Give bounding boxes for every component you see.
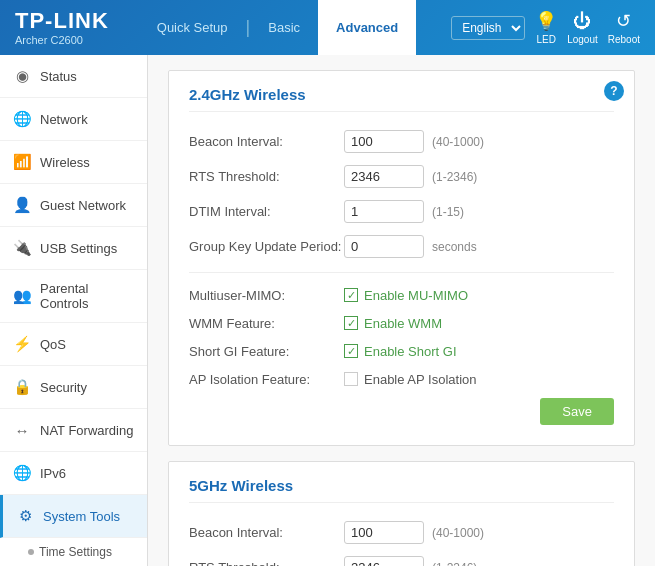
dtim-row-24: DTIM Interval: (1-15) xyxy=(189,194,614,229)
sidebar-item-wireless[interactable]: 📶 Wireless xyxy=(0,141,147,184)
dtim-input-24[interactable] xyxy=(344,200,424,223)
section-24-title: 2.4GHz Wireless xyxy=(189,86,614,112)
mu-mimo-row-24: Multiuser-MIMO: Enable MU-MIMO xyxy=(189,281,614,309)
mu-mimo-cb-24[interactable] xyxy=(344,288,358,302)
ap-isolation-checkbox-24[interactable]: Enable AP Isolation xyxy=(344,372,477,387)
language-select[interactable]: English xyxy=(451,16,525,40)
rts-input-24[interactable] xyxy=(344,165,424,188)
rts-label-24: RTS Threshold: xyxy=(189,169,344,184)
beacon-interval-input-24[interactable] xyxy=(344,130,424,153)
short-gi-label-24: Short GI Feature: xyxy=(189,344,344,359)
nav-basic[interactable]: Basic xyxy=(250,0,318,55)
nav-quick-setup[interactable]: Quick Setup xyxy=(139,0,246,55)
rts-label-5: RTS Threshold: xyxy=(189,560,344,566)
sidebar-item-usb-settings[interactable]: 🔌 USB Settings xyxy=(0,227,147,270)
beacon-interval-value-24: (40-1000) xyxy=(344,130,484,153)
nav-advanced[interactable]: Advanced xyxy=(318,0,416,55)
section-5-title: 5GHz Wireless xyxy=(189,477,614,503)
usb-icon: 🔌 xyxy=(12,238,32,258)
sidebar-item-system-tools[interactable]: ⚙ System Tools xyxy=(0,495,147,538)
mu-mimo-label-24: Multiuser-MIMO: xyxy=(189,288,344,303)
help-icon-24[interactable]: ? xyxy=(604,81,624,101)
nav-links: Quick Setup | Basic Advanced xyxy=(139,0,451,55)
sidebar-item-ipv6[interactable]: 🌐 IPv6 xyxy=(0,452,147,495)
sidebar-item-parental-controls[interactable]: 👥 Parental Controls xyxy=(0,270,147,323)
status-icon: ◉ xyxy=(12,66,32,86)
save-row-24: Save xyxy=(189,393,614,430)
divider-24 xyxy=(189,272,614,273)
nat-icon: ↔ xyxy=(12,420,32,440)
qos-icon: ⚡ xyxy=(12,334,32,354)
rts-threshold-row-24: RTS Threshold: (1-2346) xyxy=(189,159,614,194)
group-key-hint-24: seconds xyxy=(432,240,477,254)
rts-hint-5: (1-2346) xyxy=(432,561,477,567)
ipv6-icon: 🌐 xyxy=(12,463,32,483)
wireless-icon: 📶 xyxy=(12,152,32,172)
beacon-interval-row-5: Beacon Interval: (40-1000) xyxy=(189,515,614,550)
system-tools-icon: ⚙ xyxy=(15,506,35,526)
security-icon: 🔒 xyxy=(12,377,32,397)
section-5ghz: 5GHz Wireless Beacon Interval: (40-1000)… xyxy=(168,461,635,566)
sidebar-item-guest-network[interactable]: 👤 Guest Network xyxy=(0,184,147,227)
main-content: ? 2.4GHz Wireless Beacon Interval: (40-1… xyxy=(148,55,655,566)
beacon-interval-row-24: Beacon Interval: (40-1000) xyxy=(189,124,614,159)
group-key-label-24: Group Key Update Period: xyxy=(189,239,344,254)
wmm-checkbox-24[interactable]: Enable WMM xyxy=(344,316,442,331)
dtim-hint-24: (1-15) xyxy=(432,205,464,219)
beacon-interval-hint-24: (40-1000) xyxy=(432,135,484,149)
header-right: English 💡 LED ⏻ Logout ↺ Reboot xyxy=(451,10,640,45)
beacon-interval-hint-5: (40-1000) xyxy=(432,526,484,540)
header: TP-LINK Archer C2600 Quick Setup | Basic… xyxy=(0,0,655,55)
sidebar-item-status[interactable]: ◉ Status xyxy=(0,55,147,98)
bullet-icon xyxy=(28,549,34,555)
layout: ◉ Status 🌐 Network 📶 Wireless 👤 Guest Ne… xyxy=(0,55,655,566)
logo-area: TP-LINK Archer C2600 xyxy=(15,10,109,46)
logout-button[interactable]: ⏻ Logout xyxy=(567,11,598,45)
sidebar-item-security[interactable]: 🔒 Security xyxy=(0,366,147,409)
led-button[interactable]: 💡 LED xyxy=(535,10,557,45)
ap-isolation-label-24: AP Isolation Feature: xyxy=(189,372,344,387)
logout-icon: ⏻ xyxy=(573,11,591,32)
network-icon: 🌐 xyxy=(12,109,32,129)
ap-isolation-cb-24[interactable] xyxy=(344,372,358,386)
sidebar-item-qos[interactable]: ⚡ QoS xyxy=(0,323,147,366)
dtim-label-24: DTIM Interval: xyxy=(189,204,344,219)
rts-row-5: RTS Threshold: (1-2346) xyxy=(189,550,614,566)
rts-hint-24: (1-2346) xyxy=(432,170,477,184)
sidebar-item-network[interactable]: 🌐 Network xyxy=(0,98,147,141)
rts-input-5[interactable] xyxy=(344,556,424,566)
beacon-interval-input-5[interactable] xyxy=(344,521,424,544)
sidebar: ◉ Status 🌐 Network 📶 Wireless 👤 Guest Ne… xyxy=(0,55,148,566)
led-icon: 💡 xyxy=(535,10,557,32)
group-key-row-24: Group Key Update Period: seconds xyxy=(189,229,614,264)
reboot-button[interactable]: ↺ Reboot xyxy=(608,10,640,45)
guest-icon: 👤 xyxy=(12,195,32,215)
beacon-interval-label-24: Beacon Interval: xyxy=(189,134,344,149)
parental-icon: 👥 xyxy=(12,286,32,306)
wmm-label-24: WMM Feature: xyxy=(189,316,344,331)
save-button-24[interactable]: Save xyxy=(540,398,614,425)
sidebar-item-nat-forwarding[interactable]: ↔ NAT Forwarding xyxy=(0,409,147,452)
sidebar-sub-time-settings[interactable]: Time Settings xyxy=(0,538,147,566)
wmm-row-24: WMM Feature: Enable WMM xyxy=(189,309,614,337)
wmm-cb-24[interactable] xyxy=(344,316,358,330)
logo-tp: TP-LINK xyxy=(15,10,109,32)
reboot-icon: ↺ xyxy=(616,10,631,32)
ap-isolation-row-24: AP Isolation Feature: Enable AP Isolatio… xyxy=(189,365,614,393)
beacon-interval-label-5: Beacon Interval: xyxy=(189,525,344,540)
short-gi-cb-24[interactable] xyxy=(344,344,358,358)
logo-model: Archer C2600 xyxy=(15,34,109,46)
short-gi-checkbox-24[interactable]: Enable Short GI xyxy=(344,344,457,359)
short-gi-row-24: Short GI Feature: Enable Short GI xyxy=(189,337,614,365)
section-24ghz: ? 2.4GHz Wireless Beacon Interval: (40-1… xyxy=(168,70,635,446)
group-key-input-24[interactable] xyxy=(344,235,424,258)
mu-mimo-checkbox-24[interactable]: Enable MU-MIMO xyxy=(344,288,468,303)
